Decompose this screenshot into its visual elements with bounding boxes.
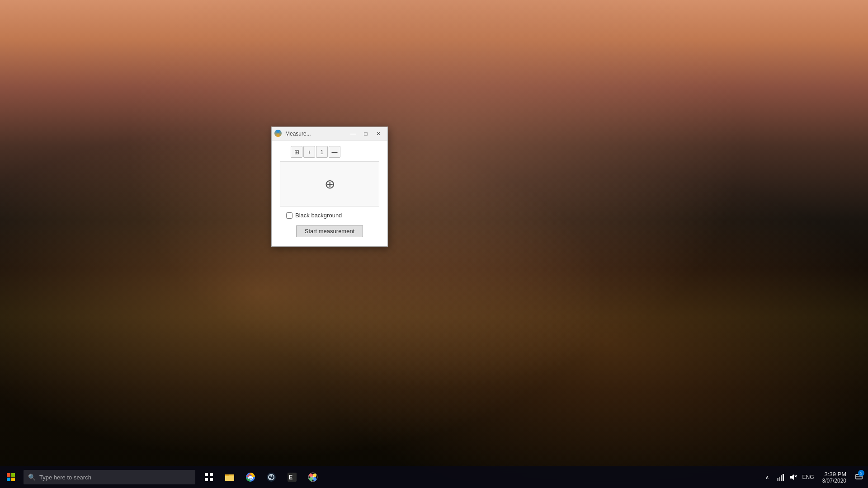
tool-one-button[interactable]: 1 (316, 146, 328, 158)
svg-rect-10 (225, 474, 229, 476)
preview-area: ⊕ (280, 161, 379, 206)
search-placeholder: Type here to search (39, 474, 91, 481)
taskbar-icons: E (199, 467, 323, 487)
tray-icons (774, 466, 800, 488)
svg-point-14 (249, 476, 252, 479)
svg-rect-29 (783, 474, 784, 481)
taskbar-color-app[interactable] (303, 467, 323, 487)
chrome-icon (245, 472, 255, 482)
task-view-icon (204, 473, 213, 482)
svg-point-25 (311, 476, 314, 479)
taskbar-steam[interactable] (261, 467, 281, 487)
black-background-label[interactable]: Black background (295, 212, 342, 219)
network-icon (777, 474, 784, 481)
tool-add-button[interactable]: + (303, 146, 315, 158)
windows-logo-icon (7, 473, 15, 481)
taskbar-task-view[interactable] (199, 467, 219, 487)
taskbar-epic-games[interactable]: E (282, 467, 302, 487)
black-background-checkbox[interactable] (286, 212, 292, 219)
color-app-icon (308, 472, 318, 482)
volume-mute-icon (790, 474, 797, 481)
taskbar-file-explorer[interactable] (220, 467, 240, 487)
svg-rect-0 (7, 473, 10, 477)
svg-rect-6 (205, 478, 208, 481)
titlebar-buttons: — □ ✕ (347, 129, 385, 139)
svg-rect-1 (11, 473, 15, 477)
network-icon-tray[interactable] (774, 466, 787, 488)
crosshair-icon: ⊕ (325, 177, 335, 192)
system-clock[interactable]: 3:39 PM 3/07/2020 (817, 466, 852, 488)
svg-rect-2 (7, 478, 10, 481)
svg-rect-26 (777, 478, 778, 481)
tool-fit-button[interactable]: ⊞ (291, 146, 302, 158)
toolbar-row: ⊞ + 1 — (291, 146, 340, 158)
taskbar-chrome[interactable] (241, 467, 260, 487)
search-bar[interactable]: 🔍 Type here to search (24, 470, 195, 484)
minimize-button[interactable]: — (347, 129, 359, 139)
svg-rect-5 (210, 473, 213, 476)
svg-rect-28 (781, 475, 782, 481)
svg-rect-4 (205, 473, 208, 476)
svg-point-17 (270, 475, 272, 477)
notification-count: 2 (858, 470, 864, 476)
chevron-up-icon: ∧ (765, 474, 769, 480)
start-button[interactable] (0, 466, 22, 488)
steam-icon (266, 472, 276, 482)
svg-rect-7 (210, 478, 213, 481)
epic-games-icon: E (287, 472, 297, 482)
svg-rect-27 (779, 477, 780, 481)
svg-rect-3 (11, 478, 15, 481)
file-explorer-icon (225, 472, 235, 482)
svg-rect-9 (225, 476, 234, 481)
desktop: Measure... — □ ✕ ⊞ + 1 — ⊕ Blac (0, 0, 868, 488)
language-indicator[interactable]: ENG (800, 466, 817, 488)
dialog-titlebar: Measure... — □ ✕ (272, 127, 387, 141)
dialog-title: Measure... (285, 131, 347, 137)
close-button[interactable]: ✕ (372, 129, 385, 139)
start-measurement-button[interactable]: Start measurement (296, 225, 363, 237)
maximize-button[interactable]: □ (359, 129, 372, 139)
svg-text:E: E (288, 474, 292, 481)
dialog-body: ⊞ + 1 — ⊕ Black background Start measure… (272, 141, 387, 246)
measure-dialog: Measure... — □ ✕ ⊞ + 1 — ⊕ Blac (271, 127, 388, 247)
svg-marker-30 (790, 474, 794, 480)
volume-icon-tray[interactable] (787, 466, 800, 488)
clock-time: 3:39 PM (825, 471, 846, 478)
checkbox-row: Black background (286, 212, 342, 219)
clock-date: 3/07/2020 (822, 478, 846, 484)
notification-center[interactable]: 2 (852, 466, 866, 488)
taskbar: 🔍 Type here to search (0, 466, 868, 488)
desktop-background (0, 0, 868, 488)
tool-minus-button[interactable]: — (329, 146, 340, 158)
search-icon: 🔍 (28, 474, 36, 481)
system-tray: ∧ (760, 466, 868, 488)
dialog-app-icon (274, 130, 283, 138)
tray-expand-button[interactable]: ∧ (760, 466, 774, 488)
